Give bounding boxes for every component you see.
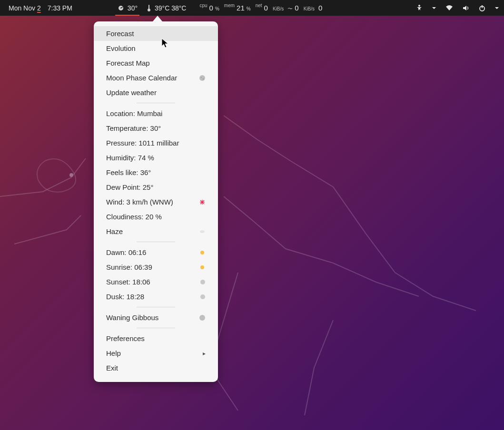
wallpaper-art (0, 16, 504, 430)
cpu-stat[interactable]: cpu 0 % (199, 4, 219, 12)
svg-point-7 (199, 75, 205, 81)
accessibility-icon[interactable] (415, 4, 423, 12)
cpu-unit: % (215, 6, 219, 11)
info-haze: Haze (94, 224, 218, 239)
menu-separator (137, 242, 175, 242)
info-sunrise: Sunrise: 06:39 (94, 260, 218, 274)
kibs-down-value: 0 (295, 4, 298, 12)
kibs-unit-2: KiB/s (304, 6, 315, 11)
moon-icon (198, 314, 206, 321)
mem-unit: % (247, 6, 251, 11)
net-down-stat[interactable]: KiB/s 〜 0 (273, 4, 299, 12)
menu-separator (137, 307, 175, 307)
power-icon[interactable] (478, 4, 486, 12)
moon-small-icon (198, 294, 206, 300)
cpu-label: cpu (199, 3, 207, 8)
svg-point-19 (199, 315, 205, 321)
date-prefix: Mon Nov (9, 4, 37, 12)
moon-haze-icon (117, 4, 125, 12)
info-feels-like: Feels like: 36° (94, 165, 218, 180)
info-pressure: Pressure: 1011 millibar (94, 136, 218, 150)
compass-icon (198, 199, 206, 205)
net-label: net (256, 3, 262, 8)
wifi-icon[interactable] (445, 4, 454, 12)
menu-pointer (153, 16, 162, 21)
weather-indicator-current[interactable]: 30° (115, 4, 139, 12)
svg-point-8 (201, 77, 202, 78)
moon-small-icon (198, 279, 206, 285)
menu-preferences[interactable]: Preferences (94, 331, 218, 346)
weather-indicator-secondary[interactable]: 39°C 38°C (144, 4, 188, 12)
moon-icon (198, 75, 206, 81)
net-stat[interactable]: net 0 (256, 4, 268, 12)
svg-point-3 (148, 9, 150, 11)
volume-icon[interactable] (462, 4, 470, 12)
info-dusk: Dusk: 18:28 (94, 289, 218, 304)
thermometer-icon (146, 4, 152, 12)
topbar-system-stats: cpu 0 % mem 21 % net 0 KiB/s 〜 0 KiB/s 0 (199, 4, 322, 12)
svg-point-4 (418, 5, 420, 7)
menu-forecast-map[interactable]: Forecast Map (94, 56, 218, 70)
topbar-weather: 30° 39°C 38°C (115, 4, 188, 12)
svg-point-14 (200, 230, 205, 233)
menu-separator (137, 103, 175, 103)
menu-evolution[interactable]: Evolution (94, 41, 218, 56)
menu-exit[interactable]: Exit (94, 361, 218, 375)
info-moon-state: Waning Gibbous (94, 310, 218, 325)
topbar-left: Mon Nov 2 7:33 PM (9, 4, 72, 12)
svg-point-15 (200, 251, 204, 254)
svg-point-0 (69, 173, 73, 177)
submenu-arrow-icon: ▸ (198, 350, 206, 357)
topbar-right (415, 4, 499, 12)
time-label[interactable]: 7:33 PM (48, 4, 72, 12)
menu-separator (137, 328, 175, 328)
mem-stat[interactable]: mem 21 % (224, 4, 251, 12)
cpu-value: 0 (209, 4, 213, 12)
date-day: 2 (37, 4, 41, 12)
info-sunset: Sunset: 18:06 (94, 274, 218, 289)
net-up-stat[interactable]: KiB/s 0 (304, 4, 323, 12)
chevron-down-icon[interactable] (494, 6, 499, 10)
chevron-down-icon[interactable] (432, 6, 436, 10)
info-temperature: Temperature: 30° (94, 121, 218, 136)
svg-rect-2 (148, 5, 149, 9)
top-bar: Mon Nov 2 7:33 PM 30° 39°C 38°C cpu 0 % … (0, 0, 504, 16)
svg-point-9 (203, 78, 204, 79)
menu-help[interactable]: Help ▸ (94, 346, 218, 361)
menu-update-weather[interactable]: Update weather (94, 85, 218, 100)
svg-point-18 (200, 294, 205, 299)
info-location: Location: Mumbai (94, 106, 218, 121)
kibs-unit-1: KiB/s (273, 6, 284, 11)
svg-point-16 (200, 265, 204, 269)
menu-moon-phase-calendar[interactable]: Moon Phase Calendar (94, 70, 218, 85)
menu-forecast[interactable]: Forecast (94, 26, 218, 41)
sun-icon (198, 264, 206, 271)
mem-label: mem (224, 3, 235, 8)
net-value: 0 (264, 4, 268, 12)
info-wind: Wind: 3 km/h (WNW) (94, 195, 218, 209)
info-humidity: Humidity: 74 % (94, 150, 218, 165)
weather-temp-1: 30° (128, 4, 138, 12)
mem-value: 21 (237, 4, 245, 12)
kibs-up-value: 0 (318, 4, 322, 12)
sun-icon (198, 249, 206, 256)
info-dew-point: Dew Point: 25° (94, 180, 218, 195)
info-cloudiness: Cloudiness: 20 % (94, 209, 218, 224)
haze-icon (198, 229, 206, 234)
date-label[interactable]: Mon Nov 2 (9, 4, 41, 12)
weather-temp-2: 39°C 38°C (155, 4, 186, 12)
svg-point-17 (200, 280, 205, 284)
info-dawn: Dawn: 06:16 (94, 245, 218, 260)
weather-dropdown-menu: Forecast Evolution Forecast Map Moon Pha… (94, 21, 218, 382)
